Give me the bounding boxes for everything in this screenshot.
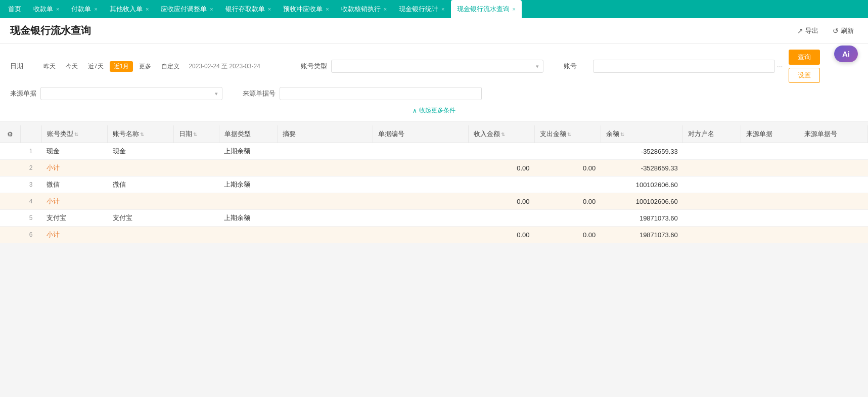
close-payment-icon[interactable]: ×: [94, 6, 97, 12]
source-doc-no-input[interactable]: [280, 87, 482, 100]
cell-seq: 5: [20, 210, 41, 227]
cell-gear: [0, 177, 20, 193]
close-other-income-icon[interactable]: ×: [146, 6, 149, 12]
col-account-type[interactable]: 账号类型⇅: [41, 125, 108, 143]
cell-income: [469, 143, 535, 160]
date-btn-today[interactable]: 今天: [62, 61, 82, 72]
account-field: 账号 ···: [564, 60, 783, 73]
export-button[interactable]: ↗ 导出: [793, 24, 823, 37]
table-row: 4 小计 0.00 0.00 100102606.60: [0, 193, 868, 210]
tab-home[interactable]: 首页: [2, 0, 27, 18]
tab-pre-receive[interactable]: 预收冲应收单 ×: [277, 0, 335, 18]
account-input[interactable]: [593, 60, 775, 73]
cell-summary: [277, 193, 373, 210]
date-btn-yesterday[interactable]: 昨天: [39, 61, 60, 72]
account-type-field: 账号类型 ▾: [301, 60, 543, 73]
collapse-bar[interactable]: ∧ 收起更多条件: [10, 104, 858, 117]
export-icon: ↗: [797, 27, 803, 35]
tab-ar-adjust[interactable]: 应收应付调整单 ×: [155, 0, 219, 18]
tab-receipt[interactable]: 收款单 ×: [27, 0, 65, 18]
table-row: 3 微信 微信 上期余额 100102606.60: [0, 177, 868, 193]
cell-account-name: 支付宝: [108, 210, 174, 227]
cell-account-type: 现金: [41, 143, 108, 160]
cell-summary: [277, 227, 373, 243]
cell-date: [174, 227, 219, 243]
refresh-button[interactable]: ↺ 刷新: [829, 24, 858, 37]
col-expense[interactable]: 支出金额⇅: [534, 125, 601, 143]
col-income[interactable]: 收入金额⇅: [469, 125, 535, 143]
col-account-name[interactable]: 账号名称⇅: [108, 125, 174, 143]
cell-date: [174, 160, 219, 177]
close-bank-deposit-icon[interactable]: ×: [268, 6, 271, 12]
cell-seq: 4: [20, 193, 41, 210]
source-doc-input[interactable]: ▾: [40, 87, 222, 100]
tab-cash-stat[interactable]: 现金银行统计 ×: [393, 0, 450, 18]
date-btn-custom[interactable]: 自定义: [157, 61, 184, 72]
col-date[interactable]: 日期⇅: [174, 125, 219, 143]
cell-doc-no: [373, 160, 469, 177]
cell-account-type: 小计: [41, 193, 108, 210]
source-doc-no-text-input[interactable]: [284, 90, 477, 97]
tab-cash-flow[interactable]: 现金银行流水查询 ×: [451, 0, 522, 18]
cell-balance: 19871073.60: [601, 210, 683, 227]
date-options: 昨天 今天 近7天 近1月 更多 自定义: [39, 61, 184, 72]
collapse-label: 收起更多条件: [419, 106, 455, 115]
cell-income: 0.00: [469, 160, 535, 177]
cell-source-doc: [741, 143, 799, 160]
tab-other-income[interactable]: 其他收入单 ×: [104, 0, 155, 18]
cell-counterpart: [683, 143, 741, 160]
close-receipt-icon[interactable]: ×: [56, 6, 59, 12]
settings-button[interactable]: 设置: [789, 68, 820, 83]
cell-source-doc: [741, 177, 799, 193]
cell-doc-no: [373, 227, 469, 243]
tab-cash-flow-label: 现金银行流水查询: [457, 5, 510, 14]
source-doc-no-field: 来源单据号: [243, 87, 482, 100]
tab-payment[interactable]: 付款单 ×: [65, 0, 103, 18]
cell-source-doc: [741, 227, 799, 243]
cell-doc-no: [373, 143, 469, 160]
tab-bank-deposit-label: 银行存取款单: [225, 5, 265, 14]
table-row: 2 小计 0.00 0.00 -3528659.33: [0, 160, 868, 177]
table-area: ⚙ 账号类型⇅ 账号名称⇅ 日期⇅ 单据类型 摘要 单据编号 收入金额⇅ 支出金…: [0, 125, 868, 243]
cell-source-doc: [741, 210, 799, 227]
cell-expense: 0.00: [534, 193, 601, 210]
date-label: 日期: [10, 62, 35, 71]
cell-doc-no: [373, 177, 469, 193]
cell-account-type: 小计: [41, 160, 108, 177]
close-ar-adjust-icon[interactable]: ×: [210, 6, 213, 12]
account-dots-icon[interactable]: ···: [777, 62, 783, 70]
close-pre-receive-icon[interactable]: ×: [326, 6, 329, 12]
cell-doc-no: [373, 210, 469, 227]
date-btn-1month[interactable]: 近1月: [110, 61, 133, 72]
action-buttons: 查询 设置: [789, 50, 820, 83]
col-seq: [20, 125, 41, 143]
tab-writeoff[interactable]: 收款核销执行 ×: [335, 0, 393, 18]
close-writeoff-icon[interactable]: ×: [384, 6, 387, 12]
cell-gear: [0, 160, 20, 177]
col-summary: 摘要: [277, 125, 373, 143]
col-balance[interactable]: 余额⇅: [601, 125, 683, 143]
cell-source-doc-no: [799, 210, 868, 227]
col-gear[interactable]: ⚙: [0, 125, 20, 143]
query-button[interactable]: 查询: [789, 50, 820, 65]
account-type-input[interactable]: ▾: [331, 60, 543, 73]
tab-bank-deposit[interactable]: 银行存取款单 ×: [219, 0, 277, 18]
cell-income: 0.00: [469, 227, 535, 243]
cell-counterpart: [683, 210, 741, 227]
cell-account-name: [108, 193, 174, 210]
ai-badge[interactable]: Ai: [834, 46, 858, 62]
date-range-display: 2023-02-24 至 2023-03-24: [189, 62, 260, 71]
date-btn-more[interactable]: 更多: [135, 61, 155, 72]
cell-account-type: 支付宝: [41, 210, 108, 227]
cell-income: [469, 177, 535, 193]
date-btn-7days[interactable]: 近7天: [84, 61, 108, 72]
account-label: 账号: [564, 62, 589, 71]
close-cash-flow-icon[interactable]: ×: [513, 6, 516, 12]
tab-home-label: 首页: [8, 5, 21, 14]
close-cash-stat-icon[interactable]: ×: [441, 6, 444, 12]
col-source-doc: 来源单据: [741, 125, 799, 143]
cell-gear: [0, 193, 20, 210]
collapse-up-icon: ∧: [413, 107, 417, 114]
tab-payment-label: 付款单: [71, 5, 91, 14]
cell-balance: -3528659.33: [601, 143, 683, 160]
